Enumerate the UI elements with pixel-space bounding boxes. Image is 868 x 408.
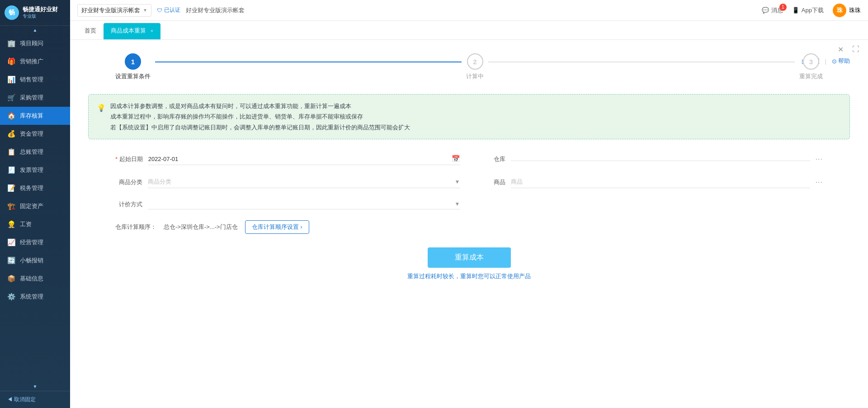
topbar-right: 💬 消息 1 📱 App下载 珠 珠珠: [762, 4, 861, 17]
sidebar-item-accounting[interactable]: 📋 总账管理: [0, 143, 70, 161]
step-3-label: 重算完成: [799, 72, 823, 81]
calendar-icon[interactable]: 📅: [452, 155, 460, 163]
sidebar-item-system[interactable]: ⚙️ 系统管理: [0, 288, 70, 306]
category-chevron-down-icon: ▼: [455, 179, 460, 185]
message-button[interactable]: 💬 消息 1: [762, 6, 783, 14]
sidebar-item-finance[interactable]: 💰 资金管理: [0, 125, 70, 143]
company-name: 好业财专业版演示帐套: [186, 6, 245, 14]
close-button[interactable]: ✕: [835, 44, 845, 54]
warehouse-more-button[interactable]: ···: [816, 155, 823, 163]
finance-icon: 💰: [7, 130, 15, 138]
start-date-input-wrap: 📅: [148, 153, 460, 165]
message-badge: 1: [779, 4, 787, 11]
info-text: 因成本计算参数调整，或是对商品成本有疑问时，可以通过成本重算功能，重新计算一遍成…: [110, 101, 410, 133]
message-icon: 💬: [762, 7, 769, 14]
sidebar-item-assets[interactable]: 🏗️ 固定资产: [0, 197, 70, 215]
sidebar-item-purchase[interactable]: 🛒 采购管理: [0, 89, 70, 107]
verified-badge: 🛡 已认证: [157, 6, 180, 14]
sidebar-item-operations[interactable]: 📈 经营管理: [0, 233, 70, 251]
warehouse-order-value: 总仓->深圳仓库->...->门店仓: [164, 223, 238, 231]
sidebar-unpin-button[interactable]: ◀ 取消固定: [0, 391, 70, 408]
step-line-2: [488, 62, 795, 62]
sidebar-item-project[interactable]: 🏢 项目顾问: [0, 34, 70, 52]
sidebar-item-sales[interactable]: 📊 销售管理: [0, 71, 70, 89]
step-1-label: 设置重算条件: [115, 72, 151, 81]
account-selector[interactable]: 好业财专业版演示帐套 ▼: [77, 4, 151, 17]
tab-home[interactable]: 首页: [77, 23, 104, 39]
basic-icon: 📦: [7, 275, 15, 283]
start-date-input[interactable]: [148, 156, 448, 162]
step-1-circle: 1: [125, 53, 141, 70]
step-3: 3 重算完成: [799, 53, 823, 81]
chevron-down-icon: ▼: [143, 8, 147, 13]
marketing-icon: 🎁: [7, 57, 15, 66]
warehouse-input-wrap: [511, 157, 810, 161]
shield-icon: 🛡: [157, 7, 162, 14]
logo-text: 畅捷通好业财 专业版: [23, 6, 58, 20]
tabs-bar: 首页 商品成本重算 ×: [70, 21, 868, 40]
avatar: 珠: [833, 4, 846, 17]
project-icon: 🏢: [7, 39, 15, 47]
step-2-label: 计算中: [466, 72, 484, 81]
pricing-label: 计价方式: [115, 200, 142, 209]
start-date-field: 起始日期 📅: [115, 153, 460, 165]
operations-icon: 📈: [7, 238, 15, 247]
help-divider: |: [825, 58, 826, 65]
step-line-1: [155, 62, 462, 62]
purchase-icon: 🛒: [7, 94, 15, 102]
stepper: 1 设置重算条件 2 计算中 3 重算完成 ▷ 视: [88, 53, 850, 81]
expense-icon: 🔄: [7, 256, 15, 265]
start-date-label: 起始日期: [115, 155, 143, 163]
sidebar-item-tax[interactable]: 📝 税务管理: [0, 179, 70, 197]
help-link[interactable]: ⊙ 帮助: [832, 57, 850, 65]
recalc-button[interactable]: 重算成本: [428, 247, 511, 268]
pricing-select[interactable]: ▼: [148, 199, 460, 209]
recalc-hint: 重算过程耗时较长，重算时您可以正常使用产品: [407, 272, 531, 280]
step-1: 1 设置重算条件: [115, 53, 151, 81]
info-box: 💡 因成本计算参数调整，或是对商品成本有疑问时，可以通过成本重算功能，重新计算一…: [88, 94, 850, 139]
sidebar-item-basic[interactable]: 📦 基础信息: [0, 270, 70, 288]
tab-recalc[interactable]: 商品成本重算 ×: [104, 23, 160, 39]
app-download-button[interactable]: 📱 App下载: [792, 6, 824, 14]
sidebar-item-inventory[interactable]: 🏠 库存核算: [0, 107, 70, 125]
salary-icon: 👷: [7, 220, 15, 228]
warehouse-field: 仓库 ···: [478, 155, 823, 163]
invoice-icon: 🧾: [7, 166, 15, 174]
pricing-field: 计价方式 ▼: [115, 199, 460, 209]
sidebar-scroll-up[interactable]: ▲: [0, 26, 70, 34]
sidebar-item-expense[interactable]: 🔄 小畅报销: [0, 251, 70, 270]
system-icon: ⚙️: [7, 293, 15, 301]
window-controls: ✕ ⛶: [835, 44, 861, 54]
recalc-section: 重算成本 重算过程耗时较长，重算时您可以正常使用产品: [88, 247, 850, 280]
question-icon: ⊙: [832, 58, 837, 65]
step-3-circle: 3: [803, 53, 819, 70]
content-area: ✕ ⛶ 1 设置重算条件 2 计算中 3: [70, 40, 868, 408]
phone-icon: 📱: [792, 7, 799, 14]
tab-close-icon[interactable]: ×: [151, 28, 153, 33]
form-section: 起始日期 📅 仓库 ··· 商品分类: [88, 153, 850, 234]
step-2: 2 计算中: [466, 53, 484, 81]
sidebar-item-marketing[interactable]: 🎁 营销推广: [0, 52, 70, 71]
warehouse-order-row: 仓库计算顺序： 总仓->深圳仓库->...->门店仓 仓库计算顺序设置 ›: [115, 220, 823, 234]
sidebar-item-invoice[interactable]: 🧾 发票管理: [0, 161, 70, 179]
goods-field: 商品 商品 ···: [478, 176, 823, 188]
goods-input-wrap: 商品: [511, 176, 810, 188]
warehouse-label: 仓库: [478, 155, 505, 163]
expand-button[interactable]: ⛶: [851, 44, 861, 54]
inventory-icon: 🏠: [7, 112, 15, 120]
pricing-chevron-down-icon: ▼: [455, 201, 460, 207]
user-avatar[interactable]: 珠 珠珠: [833, 4, 861, 17]
goods-label: 商品: [478, 178, 505, 186]
goods-more-button[interactable]: ···: [816, 178, 823, 186]
logo-icon: 畅: [5, 5, 19, 20]
warehouse-order-settings-button[interactable]: 仓库计算顺序设置 ›: [245, 220, 309, 234]
user-name: 珠珠: [849, 6, 861, 14]
main-area: 好业财专业版演示帐套 ▼ 🛡 已认证 好业财专业版演示帐套 💬 消息 1 📱 A…: [70, 0, 868, 408]
form-row-3: 计价方式 ▼: [115, 199, 823, 209]
sidebar-scroll-down[interactable]: ▼: [0, 382, 70, 391]
category-select[interactable]: 商品分类 ▼: [148, 176, 460, 188]
sidebar-item-salary[interactable]: 👷 工资: [0, 215, 70, 233]
tax-icon: 📝: [7, 184, 15, 192]
sales-icon: 📊: [7, 76, 15, 84]
sidebar: 畅 畅捷通好业财 专业版 ▲ 🏢 项目顾问 🎁 营销推广 📊 销售管理 🛒 采购…: [0, 0, 70, 408]
